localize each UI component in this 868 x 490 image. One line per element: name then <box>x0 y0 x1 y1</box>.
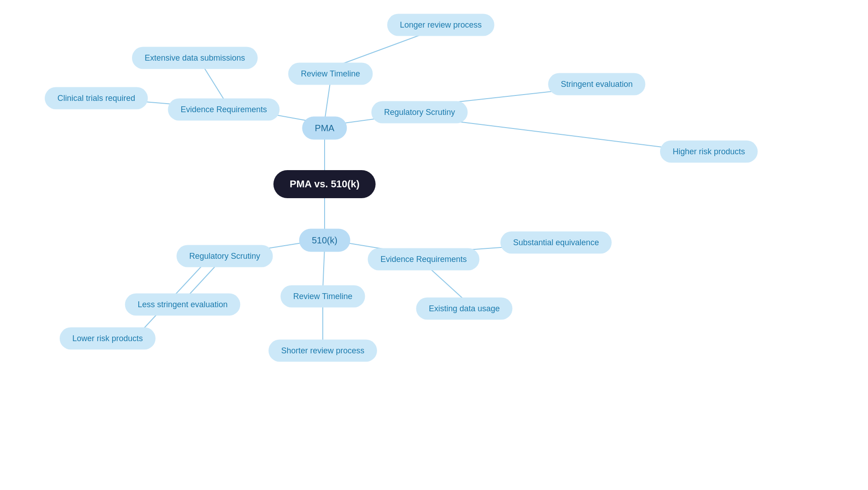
evidence-req-510k-node: Evidence Requirements <box>368 248 479 271</box>
regulatory-scrutiny-pma-node: Regulatory Scrutiny <box>371 101 467 124</box>
clinical-trials-node: Clinical trials required <box>45 87 148 109</box>
center-node[interactable]: PMA vs. 510(k) <box>274 170 376 198</box>
connection-lines <box>0 0 868 490</box>
substantial-equiv-node: Substantial equivalence <box>500 232 612 254</box>
regulatory-scrutiny-510k-node: Regulatory Scrutiny <box>176 245 273 267</box>
evidence-req-pma-node: Evidence Requirements <box>168 99 279 121</box>
fiveten-node[interactable]: 510(k) <box>299 229 350 252</box>
svg-line-2 <box>325 81 330 121</box>
less-stringent-node: Less stringent evaluation <box>125 294 240 316</box>
higher-risk-node: Higher risk products <box>660 141 758 163</box>
svg-line-12 <box>186 262 219 298</box>
review-timeline-pma-node: Review Timeline <box>288 63 373 85</box>
svg-line-3 <box>334 31 432 67</box>
pma-node[interactable]: PMA <box>302 117 347 140</box>
longer-review-node: Longer review process <box>387 14 494 36</box>
svg-line-8 <box>203 65 225 101</box>
svg-line-6 <box>426 118 698 152</box>
lower-risk-node: Lower risk products <box>60 328 156 350</box>
existing-data-node: Existing data usage <box>416 298 512 320</box>
diagram-container: PMA vs. 510(k) PMA 510(k) Longer review … <box>0 0 868 490</box>
shorter-review-node: Shorter review process <box>269 340 377 362</box>
svg-line-13 <box>323 247 325 290</box>
extensive-data-node: Extensive data submissions <box>132 47 258 69</box>
svg-line-17 <box>427 266 467 302</box>
review-timeline-510k-node: Review Timeline <box>280 285 365 308</box>
stringent-eval-node: Stringent evaluation <box>548 73 645 95</box>
